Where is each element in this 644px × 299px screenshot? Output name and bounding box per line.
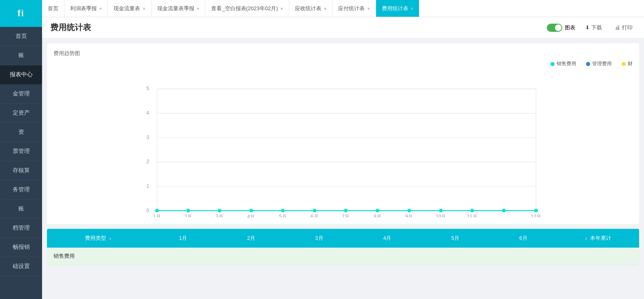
svg-text:0: 0: [147, 208, 149, 213]
tab-payable[interactable]: 应付统计表 ×: [332, 0, 376, 17]
legend-sales: 销售费用: [550, 60, 576, 67]
legend-finance: 财: [622, 60, 633, 67]
print-icon: 🖨: [615, 24, 620, 31]
svg-text:6月: 6月: [311, 214, 319, 217]
tab-close-blank-report[interactable]: ×: [281, 6, 283, 11]
chart-toggle-label: 图表: [565, 24, 575, 31]
sidebar-item-archive[interactable]: 档管理: [0, 219, 42, 238]
svg-point-20: [376, 209, 379, 213]
chart-title: 费用趋势图: [53, 50, 633, 57]
svg-text:12月: 12月: [531, 214, 541, 217]
sidebar-item-expense[interactable]: 畅报销: [0, 238, 42, 257]
table-cell-total: [558, 248, 639, 265]
svg-point-14: [186, 209, 190, 213]
table-cell-m4: [357, 248, 424, 265]
sidebar-item-fixed-assets[interactable]: 定资产: [0, 104, 42, 123]
chart-container: 0 1 2 3 4 5: [53, 71, 633, 217]
legend-dot-sales: [550, 62, 555, 66]
svg-point-24: [502, 209, 506, 213]
tab-cashflow[interactable]: 现金流量表 ×: [108, 0, 151, 17]
table-header-month-1: 1月: [149, 229, 217, 248]
tab-close-cashflow-quarterly[interactable]: ×: [197, 6, 199, 11]
next-months-button[interactable]: ›: [585, 235, 587, 241]
tab-home[interactable]: 首页: [42, 0, 65, 17]
table-header-month-2: 2月: [217, 229, 285, 248]
svg-text:8月: 8月: [374, 214, 381, 217]
table-cell-m1: [154, 248, 222, 265]
table-cell-type: 销售费用: [47, 248, 154, 265]
sidebar-item-home[interactable]: 首页: [0, 27, 42, 46]
sidebar: fi 首页 账 报表中心 金管理 定资产 资 票管理 存核算 务管理 账 档管理…: [0, 0, 42, 299]
prev-months-button[interactable]: ‹: [109, 235, 111, 241]
header-actions: 图表 ⬇ 下载 🖨 打印: [547, 22, 636, 33]
svg-text:5月: 5月: [279, 214, 287, 217]
svg-point-19: [344, 209, 348, 213]
page-title: 费用统计表: [50, 22, 91, 33]
legend-dot-finance: [622, 62, 626, 66]
legend-label-admin: 管理费用: [592, 60, 612, 67]
table-cell-m6: [491, 248, 558, 265]
svg-point-25: [534, 209, 538, 213]
svg-text:5: 5: [147, 86, 149, 91]
svg-point-22: [439, 209, 443, 213]
svg-text:11月: 11月: [467, 214, 477, 217]
tab-close-expense-stats[interactable]: ×: [411, 6, 413, 11]
sidebar-item-service[interactable]: 务管理: [0, 180, 42, 199]
page-header: 费用统计表 图表 ⬇ 下载 🖨 打印: [42, 17, 644, 38]
svg-point-21: [408, 209, 411, 213]
sidebar-item-account[interactable]: 账: [0, 46, 42, 65]
table-header-month-6: 6月: [489, 229, 557, 248]
table-header: 费用类型 ‹ 1月 2月 3月 4月 5月 6月 › 本年累计: [47, 229, 639, 248]
sidebar-item-report[interactable]: 报表中心: [0, 65, 42, 84]
svg-text:1月: 1月: [153, 214, 161, 217]
table-header-type: 费用类型 ‹: [47, 229, 149, 248]
tab-cashflow-quarterly[interactable]: 现金流量表季报 ×: [152, 0, 205, 17]
svg-text:10月: 10月: [436, 214, 446, 217]
chart-toggle[interactable]: [547, 24, 562, 32]
svg-text:1: 1: [147, 183, 149, 189]
table-row: 销售费用: [47, 248, 639, 265]
download-button[interactable]: ⬇ 下载: [582, 22, 605, 33]
table-cell-m3: [289, 248, 357, 265]
tab-profit[interactable]: 利润表季报 ×: [65, 0, 108, 17]
download-icon: ⬇: [585, 24, 590, 31]
svg-text:3月: 3月: [216, 214, 223, 217]
svg-text:9月: 9月: [406, 214, 413, 217]
sidebar-item-ledger[interactable]: 账: [0, 199, 42, 219]
tab-close-cashflow[interactable]: ×: [143, 6, 145, 11]
sidebar-item-settings[interactable]: 础设置: [0, 257, 42, 276]
svg-text:3: 3: [147, 135, 149, 140]
svg-point-15: [218, 209, 221, 213]
chart-legend: 销售费用 管理费用 财: [53, 60, 633, 67]
table-cell-m2: [222, 248, 289, 265]
tab-bar: 首页 利润表季报 × 现金流量表 × 现金流量表季报 × 查看_空白报表(202…: [42, 0, 644, 17]
sidebar-item-inventory[interactable]: 存核算: [0, 161, 42, 180]
sidebar-item-invoice[interactable]: 票管理: [0, 142, 42, 161]
tab-blank-report[interactable]: 查看_空白报表(2023年02月) ×: [205, 0, 289, 17]
svg-rect-12: [157, 89, 536, 210]
svg-text:2: 2: [147, 159, 149, 164]
table-header-month-5: 5月: [421, 229, 490, 248]
table-header-month-3: 3月: [285, 229, 353, 248]
print-button[interactable]: 🖨 打印: [612, 22, 636, 33]
sidebar-logo: fi: [0, 0, 42, 27]
tab-close-payable[interactable]: ×: [367, 6, 370, 11]
svg-text:2月: 2月: [184, 214, 192, 217]
main-content: 首页 利润表季报 × 现金流量表 × 现金流量表季报 × 查看_空白报表(202…: [42, 0, 644, 299]
chart-toggle-wrap: 图表: [547, 24, 575, 32]
tab-expense-stats[interactable]: 费用统计表 ×: [376, 0, 419, 17]
legend-label-finance: 财: [628, 60, 633, 67]
sidebar-item-finance[interactable]: 金管理: [0, 84, 42, 104]
svg-text:4月: 4月: [247, 214, 255, 217]
tab-receivable[interactable]: 应收统计表 ×: [289, 0, 332, 17]
tab-close-profit[interactable]: ×: [99, 6, 102, 11]
svg-text:4: 4: [147, 110, 149, 116]
legend-label-sales: 销售费用: [557, 60, 576, 67]
tab-close-receivable[interactable]: ×: [324, 6, 326, 11]
svg-point-18: [313, 209, 316, 213]
svg-point-23: [470, 209, 474, 213]
chart-svg: 0 1 2 3 4 5: [53, 71, 633, 217]
svg-point-16: [250, 209, 253, 213]
sidebar-item-assets[interactable]: 资: [0, 123, 42, 142]
page-content: 费用统计表 图表 ⬇ 下载 🖨 打印 费用趋势图: [42, 17, 644, 299]
